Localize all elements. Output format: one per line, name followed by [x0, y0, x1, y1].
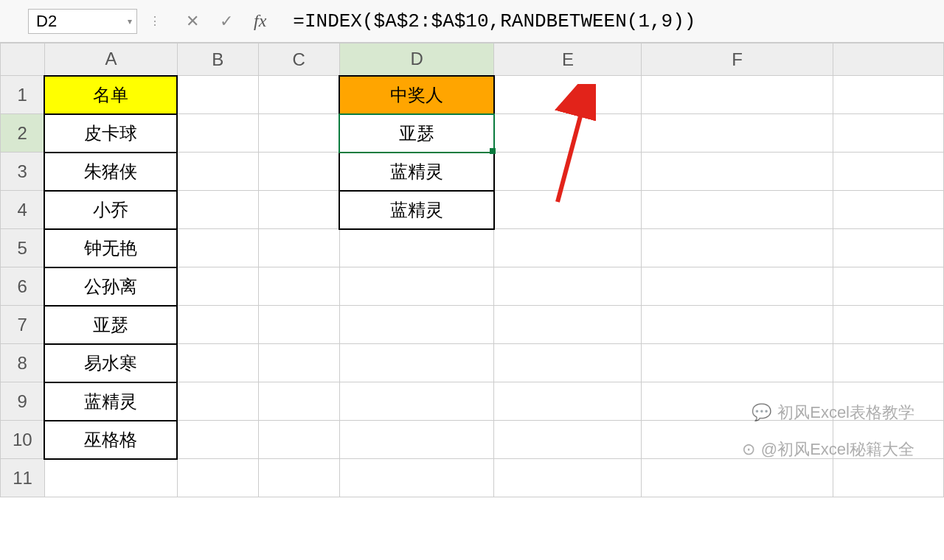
cell-D4[interactable]: 蓝精灵	[339, 191, 494, 229]
row-header-10[interactable]: 10	[1, 421, 45, 459]
col-header-B[interactable]: B	[177, 43, 258, 76]
cell-B8[interactable]	[177, 344, 258, 382]
cell-E6[interactable]	[494, 267, 642, 306]
name-box[interactable]: D2	[28, 9, 137, 34]
cell-C5[interactable]	[258, 229, 339, 267]
cell-A11[interactable]	[44, 459, 177, 497]
cell-E4[interactable]	[494, 191, 642, 229]
col-header-extra[interactable]	[833, 43, 944, 76]
fx-icon[interactable]: fx	[254, 11, 266, 31]
cell-A3[interactable]: 朱猪侠	[44, 153, 177, 191]
cell-A7[interactable]: 亚瑟	[44, 306, 177, 344]
row-header-8[interactable]: 8	[1, 344, 45, 382]
row-header-11[interactable]: 11	[1, 459, 45, 497]
cell-A6[interactable]: 公孙离	[44, 267, 177, 306]
row-header-6[interactable]: 6	[1, 267, 45, 306]
cell-D1[interactable]: 中奖人	[339, 76, 494, 114]
cell-C3[interactable]	[258, 153, 339, 191]
cell-C1[interactable]	[258, 76, 339, 114]
cell-F2[interactable]	[642, 114, 833, 153]
col-header-D[interactable]: D	[339, 43, 494, 76]
confirm-icon[interactable]: ✓	[220, 12, 233, 31]
row-header-1[interactable]: 1	[1, 76, 45, 114]
cell-B11[interactable]	[177, 459, 258, 497]
cell-G11[interactable]	[833, 459, 944, 497]
spreadsheet-grid[interactable]: A B C D E F 1 名单 中奖人 2 皮卡球 亚瑟 3 朱猪侠 蓝精灵	[0, 43, 944, 497]
cell-C9[interactable]	[258, 382, 339, 421]
cell-F8[interactable]	[642, 344, 833, 382]
cell-C6[interactable]	[258, 267, 339, 306]
cell-E10[interactable]	[494, 421, 642, 459]
cell-F7[interactable]	[642, 306, 833, 344]
cell-B6[interactable]	[177, 267, 258, 306]
cell-E8[interactable]	[494, 344, 642, 382]
cancel-icon[interactable]: ✕	[186, 12, 199, 31]
cell-F4[interactable]	[642, 191, 833, 229]
watermark-1-text: 初风Excel表格教学	[777, 402, 914, 424]
cell-C2[interactable]	[258, 114, 339, 153]
cell-E11[interactable]	[494, 459, 642, 497]
col-header-E[interactable]: E	[494, 43, 642, 76]
cell-B5[interactable]	[177, 229, 258, 267]
col-header-F[interactable]: F	[642, 43, 833, 76]
cell-G1[interactable]	[833, 76, 944, 114]
cell-D9[interactable]	[339, 382, 494, 421]
row-header-3[interactable]: 3	[1, 153, 45, 191]
cell-D5[interactable]	[339, 229, 494, 267]
row-header-7[interactable]: 7	[1, 306, 45, 344]
cell-D6[interactable]	[339, 267, 494, 306]
cell-G4[interactable]	[833, 191, 944, 229]
cell-C4[interactable]	[258, 191, 339, 229]
cell-C11[interactable]	[258, 459, 339, 497]
cell-F11[interactable]	[642, 459, 833, 497]
cell-G7[interactable]	[833, 306, 944, 344]
cell-B7[interactable]	[177, 306, 258, 344]
cell-A2[interactable]: 皮卡球	[44, 114, 177, 153]
cell-D11[interactable]	[339, 459, 494, 497]
cell-A1[interactable]: 名单	[44, 76, 177, 114]
cell-B10[interactable]	[177, 421, 258, 459]
cell-E9[interactable]	[494, 382, 642, 421]
cell-B9[interactable]	[177, 382, 258, 421]
cell-C7[interactable]	[258, 306, 339, 344]
cell-B2[interactable]	[177, 114, 258, 153]
row-header-5[interactable]: 5	[1, 229, 45, 267]
cell-E3[interactable]	[494, 153, 642, 191]
cell-G5[interactable]	[833, 229, 944, 267]
cell-A4[interactable]: 小乔	[44, 191, 177, 229]
cell-B4[interactable]	[177, 191, 258, 229]
formula-bar: D2 ⋮ ✕ ✓ fx =INDEX($A$2:$A$10,RANDBETWEE…	[0, 0, 944, 43]
row-header-2[interactable]: 2	[1, 114, 45, 153]
cell-G2[interactable]	[833, 114, 944, 153]
cell-D10[interactable]	[339, 421, 494, 459]
cell-G8[interactable]	[833, 344, 944, 382]
row-header-4[interactable]: 4	[1, 191, 45, 229]
cell-C10[interactable]	[258, 421, 339, 459]
cell-A8[interactable]: 易水寒	[44, 344, 177, 382]
cell-D2[interactable]: 亚瑟	[339, 114, 494, 153]
cell-B3[interactable]	[177, 153, 258, 191]
row-header-9[interactable]: 9	[1, 382, 45, 421]
col-header-A[interactable]: A	[44, 43, 177, 76]
cell-F5[interactable]	[642, 229, 833, 267]
cell-F6[interactable]	[642, 267, 833, 306]
cell-D8[interactable]	[339, 344, 494, 382]
cell-F1[interactable]	[642, 76, 833, 114]
cell-A10[interactable]: 巫格格	[44, 421, 177, 459]
cell-E5[interactable]	[494, 229, 642, 267]
cell-D3[interactable]: 蓝精灵	[339, 153, 494, 191]
cell-E7[interactable]	[494, 306, 642, 344]
cell-F3[interactable]	[642, 153, 833, 191]
cell-G6[interactable]	[833, 267, 944, 306]
cell-C8[interactable]	[258, 344, 339, 382]
select-all-corner[interactable]	[1, 43, 45, 76]
formula-input[interactable]: =INDEX($A$2:$A$10,RANDBETWEEN(1,9))	[280, 10, 944, 32]
cell-D7[interactable]	[339, 306, 494, 344]
col-header-C[interactable]: C	[258, 43, 339, 76]
cell-A5[interactable]: 钟无艳	[44, 229, 177, 267]
cell-A9[interactable]: 蓝精灵	[44, 382, 177, 421]
cell-E2[interactable]	[494, 114, 642, 153]
cell-E1[interactable]	[494, 76, 642, 114]
cell-G3[interactable]	[833, 153, 944, 191]
cell-B1[interactable]	[177, 76, 258, 114]
